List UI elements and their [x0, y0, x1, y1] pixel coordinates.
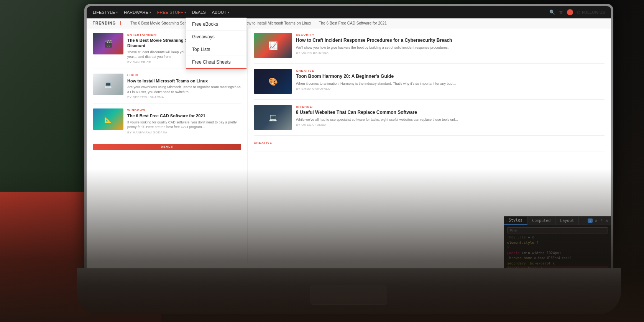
css-line-2: element.style {	[507, 240, 608, 246]
laptop-base	[77, 268, 621, 314]
article-info-2: LINUX How to Install Microsoft Teams on …	[127, 74, 241, 99]
devtools-tabs: Styles Computed Layout 1 ⚙ ⋮ ✕	[504, 217, 611, 225]
article-card-3: WINDOWS The 6 Best Free CAD Software for…	[93, 108, 241, 139]
css-line-1: :hov .cls + ⧉	[507, 235, 608, 240]
trending-item-3[interactable]: The 6 Best Free CAD Software for 2021	[319, 21, 386, 25]
right-category-4: CREATIVE	[254, 141, 605, 145]
article-thumbnail-3[interactable]	[93, 108, 123, 130]
right-title-3[interactable]: 8 Useful Websites That Can Replace Commo…	[296, 110, 605, 116]
css-line-5: .browse-home a-home.8168bc4.css:1	[507, 256, 608, 261]
article-thumbnail-1[interactable]	[93, 33, 123, 54]
css-line-6: secondary .bc-excerpt {	[507, 261, 608, 266]
right-title-2[interactable]: Toon Boom Harmony 20: A Beginner's Guide	[296, 74, 605, 80]
right-title-1[interactable]: How to Craft Incident Response Procedure…	[296, 38, 605, 44]
right-category-3: INTERNET	[296, 105, 605, 108]
right-article-2: CREATIVE Toon Boom Harmony 20: A Beginne…	[254, 69, 605, 100]
laptop-touchpad	[310, 286, 387, 305]
laptop-screen: LIFESTYLE ▾ HARDWARE ▾ FREE STUFF ▾ DEAL…	[84, 4, 613, 280]
devtools-tab-styles[interactable]: Styles	[504, 217, 527, 225]
css-line-3: }	[507, 245, 608, 251]
right-excerpt-3: While we've all had to use specialist so…	[296, 117, 605, 122]
right-excerpt-2: When it comes to animation, Harmony is t…	[296, 81, 605, 86]
top-nav-right: 🔍 ☆ ⬡ FOLLOW US	[549, 9, 605, 15]
right-thumbnail-1[interactable]	[254, 33, 292, 58]
deals-bar[interactable]: DEALS	[93, 144, 241, 150]
user-avatar[interactable]	[567, 9, 573, 15]
website-content: LIFESTYLE ▾ HARDWARE ▾ FREE STUFF ▾ DEAL…	[87, 6, 611, 278]
article-title-2[interactable]: How to Install Microsoft Teams on Linux	[127, 78, 241, 84]
dropdown-item-giveaways[interactable]: Giveaways	[186, 31, 246, 43]
article-card-2: LINUX How to Install Microsoft Teams on …	[93, 74, 241, 104]
laptop-screen-inner: LIFESTYLE ▾ HARDWARE ▾ FREE STUFF ▾ DEAL…	[87, 6, 611, 278]
dropdown-item-ebooks[interactable]: Free eBooks	[186, 18, 246, 31]
right-info-4: CREATIVE	[254, 141, 605, 146]
right-author-3: BY OMEGA FUMBA	[296, 123, 605, 127]
article-thumbnail-2[interactable]	[93, 74, 123, 95]
right-thumbnail-3[interactable]	[254, 105, 292, 130]
trending-bar: TRENDING The 6 Best Movie Streaming Serv…	[87, 18, 611, 28]
nav-lifestyle[interactable]: LIFESTYLE ▾	[93, 10, 118, 15]
nav-deals[interactable]: DEALS	[192, 10, 206, 15]
dropdown-item-toplists[interactable]: Top Lists	[186, 43, 246, 56]
devtools-tab-icons: 1 ⚙ ⋮ ✕	[588, 219, 611, 223]
devtools-close-icon[interactable]: ✕	[606, 219, 608, 223]
right-info-1: SECURITY How to Craft Incident Response …	[296, 33, 605, 58]
top-nav-left: LIFESTYLE ▾ HARDWARE ▾ FREE STUFF ▾ DEAL…	[93, 10, 229, 15]
article-author-2: BY DEEPESH SHARMA	[127, 95, 241, 99]
article-author-3: BY MANI/VIRAJ GODARA	[127, 131, 241, 134]
free-stuff-dropdown: Free eBooks Giveaways Top Lists Free Che…	[186, 18, 247, 69]
follow-us-button[interactable]: ⬡ FOLLOW US	[577, 10, 605, 15]
right-article-4: CREATIVE	[254, 141, 605, 151]
devtools-more-icon[interactable]: ⋮	[600, 219, 603, 223]
right-article-3: INTERNET 8 Useful Websites That Can Repl…	[254, 105, 605, 136]
share-icon: ⬡	[577, 10, 580, 15]
devtools-tab-computed[interactable]: Computed	[527, 217, 555, 225]
nav-hardware[interactable]: HARDWARE ▾	[124, 10, 151, 15]
chevron-down-icon: ▾	[116, 11, 118, 14]
article-category-3: WINDOWS	[127, 108, 241, 112]
article-excerpt-2: Are your coworkers using Microsoft Teams…	[127, 85, 241, 94]
nav-free-stuff[interactable]: FREE STUFF ▾	[157, 10, 186, 15]
right-excerpt-1: We'll show you how to give hackers the b…	[296, 45, 605, 50]
right-thumbnail-2[interactable]	[254, 69, 292, 94]
devtools-icon-1[interactable]: 1	[588, 219, 593, 223]
devtools-settings-icon[interactable]: ⚙	[595, 219, 597, 223]
css-line-4: @media (min-width: 1024px)	[507, 251, 608, 256]
trending-label: TRENDING	[93, 21, 121, 25]
right-author-2: BY EMMA GAROFALO	[296, 87, 605, 90]
right-category-1: SECURITY	[296, 33, 605, 36]
top-navigation: LIFESTYLE ▾ HARDWARE ▾ FREE STUFF ▾ DEAL…	[87, 6, 611, 18]
article-title-3[interactable]: The 6 Best Free CAD Software for 2021	[127, 113, 241, 118]
chevron-down-icon: ▾	[184, 11, 186, 14]
article-info-3: WINDOWS The 6 Best Free CAD Software for…	[127, 108, 241, 134]
dropdown-active-indicator	[186, 68, 246, 69]
deals-label: DEALS	[161, 145, 173, 148]
devtools-filter-input[interactable]	[507, 227, 608, 233]
search-icon[interactable]: 🔍	[549, 10, 555, 15]
right-info-2: CREATIVE Toon Boom Harmony 20: A Beginne…	[296, 69, 605, 94]
article-excerpt-3: If you're looking for quality CAD softwa…	[127, 120, 241, 130]
chevron-down-icon: ▾	[150, 11, 151, 14]
nav-about[interactable]: ABOUT ▾	[212, 10, 229, 15]
dropdown-item-cheatsheets[interactable]: Free Cheat Sheets	[186, 56, 246, 69]
chevron-down-icon: ▾	[228, 11, 229, 14]
right-category-2: CREATIVE	[296, 69, 605, 72]
bookmark-icon[interactable]: ☆	[559, 10, 563, 15]
right-author-1: BY QUINA BATERNA	[296, 51, 605, 54]
right-article-1: SECURITY How to Craft Incident Response …	[254, 33, 605, 64]
trending-item-2[interactable]: How to Install Microsoft Teams on Linux	[243, 21, 311, 25]
article-category-2: LINUX	[127, 74, 241, 77]
devtools-tab-layout[interactable]: Layout	[555, 217, 579, 225]
right-info-3: INTERNET 8 Useful Websites That Can Repl…	[296, 105, 605, 130]
